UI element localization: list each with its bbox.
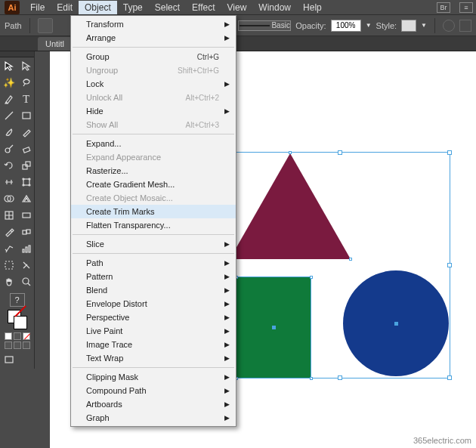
menu-item-image-trace[interactable]: Image Trace▶ xyxy=(71,338,236,351)
style-label: Style: xyxy=(376,21,397,30)
zoom-tool-icon[interactable] xyxy=(17,273,35,290)
lasso-tool-icon[interactable] xyxy=(17,74,35,91)
free-transform-tool-icon[interactable] xyxy=(17,174,35,190)
menu-item-path[interactable]: Path▶ xyxy=(71,256,236,270)
menu-item-text-wrap[interactable]: Text Wrap▶ xyxy=(71,351,236,365)
rectangle-tool-icon[interactable] xyxy=(17,107,35,124)
svg-rect-14 xyxy=(23,230,26,234)
menu-item-graph[interactable]: Graph▶ xyxy=(71,411,236,425)
svg-rect-19 xyxy=(5,261,13,269)
stroke-profile-dropdown[interactable]: Basic xyxy=(238,20,291,31)
recolor-icon[interactable] xyxy=(443,20,455,32)
menu-item-artboards[interactable]: Artboards▶ xyxy=(71,397,236,411)
width-tool-icon[interactable] xyxy=(0,174,17,190)
submenu-arrow-icon: ▶ xyxy=(224,107,230,115)
menu-separator xyxy=(73,234,234,235)
selection-tool-icon[interactable] xyxy=(0,57,17,74)
menu-item-create-trim-marks[interactable]: Create Trim Marks xyxy=(71,205,236,218)
pen-tool-icon[interactable] xyxy=(0,91,17,107)
symbol-sprayer-tool-icon[interactable] xyxy=(0,240,17,257)
arrange-docs-icon[interactable]: ≡ xyxy=(459,2,473,13)
style-swatch[interactable] xyxy=(401,20,416,32)
draw-inside-icon[interactable] xyxy=(23,341,30,349)
menu-effect[interactable]: Effect xyxy=(186,1,221,14)
panel-grip-icon[interactable] xyxy=(0,51,34,57)
gradient-mode-icon[interactable] xyxy=(14,332,21,340)
svg-rect-5 xyxy=(23,179,29,185)
help-icon[interactable]: ? xyxy=(10,293,25,307)
stroke-color-icon[interactable] xyxy=(14,316,27,329)
menu-item-flatten-transparency[interactable]: Flatten Transparency... xyxy=(71,218,236,232)
eyedropper-tool-icon[interactable] xyxy=(0,224,17,240)
menu-separator xyxy=(73,367,234,368)
menu-item-expand[interactable]: Expand... xyxy=(71,137,236,150)
menu-edit[interactable]: Edit xyxy=(51,1,79,14)
draw-normal-icon[interactable] xyxy=(5,341,12,349)
line-tool-icon[interactable] xyxy=(0,107,17,124)
paintbrush-tool-icon[interactable] xyxy=(0,124,17,141)
menu-item-live-paint[interactable]: Live Paint▶ xyxy=(71,324,236,338)
panel-icon[interactable] xyxy=(459,20,471,32)
blob-brush-tool-icon[interactable] xyxy=(0,141,17,157)
opacity-input[interactable]: 100% xyxy=(331,20,361,32)
submenu-arrow-icon: ▶ xyxy=(224,387,230,394)
fill-swatch[interactable] xyxy=(38,18,53,33)
artboard-tool-icon[interactable] xyxy=(0,257,17,273)
none-mode-icon[interactable] xyxy=(23,332,30,340)
menu-item-arrange[interactable]: Arrange▶ xyxy=(71,31,236,45)
svg-rect-13 xyxy=(23,213,30,218)
menu-item-clipping-mask[interactable]: Clipping Mask▶ xyxy=(71,370,236,384)
menu-item-pattern[interactable]: Pattern▶ xyxy=(71,270,236,283)
submenu-arrow-icon: ▶ xyxy=(224,20,230,28)
screen-mode-icon[interactable] xyxy=(0,351,17,369)
document-tab[interactable]: Untitl xyxy=(38,37,72,51)
menu-item-group[interactable]: GroupCtrl+G xyxy=(71,50,236,63)
object-menu-dropdown: Transform▶Arrange▶GroupCtrl+GUngroupShif… xyxy=(70,15,236,427)
selection-type-label: Path xyxy=(5,21,22,30)
eraser-tool-icon[interactable] xyxy=(17,141,35,157)
hand-tool-icon[interactable] xyxy=(0,273,17,290)
menu-item-rasterize[interactable]: Rasterize... xyxy=(71,164,236,178)
column-graph-tool-icon[interactable] xyxy=(17,240,35,257)
perspective-grid-tool-icon[interactable] xyxy=(17,190,35,207)
menu-item-lock[interactable]: Lock▶ xyxy=(71,77,236,91)
menu-item-slice[interactable]: Slice▶ xyxy=(71,237,236,251)
scale-tool-icon[interactable] xyxy=(17,157,35,174)
menu-item-compound-path[interactable]: Compound Path▶ xyxy=(71,384,236,397)
menu-window[interactable]: Window xyxy=(252,1,297,14)
gradient-tool-icon[interactable] xyxy=(17,207,35,224)
menu-item-envelope-distort[interactable]: Envelope Distort▶ xyxy=(71,297,236,311)
menu-view[interactable]: View xyxy=(221,1,253,14)
direct-selection-tool-icon[interactable] xyxy=(17,57,35,74)
bridge-icon[interactable]: Br xyxy=(437,2,450,13)
submenu-arrow-icon: ▶ xyxy=(224,414,230,422)
mesh-tool-icon[interactable] xyxy=(0,207,17,224)
svg-point-20 xyxy=(23,278,29,284)
menu-help[interactable]: Help xyxy=(297,1,328,14)
menu-object[interactable]: Object xyxy=(79,1,117,14)
svg-rect-16 xyxy=(23,249,24,252)
menu-file[interactable]: File xyxy=(24,1,51,14)
pencil-tool-icon[interactable] xyxy=(17,124,35,141)
draw-behind-icon[interactable] xyxy=(14,341,21,349)
type-tool-icon[interactable]: T xyxy=(17,91,35,107)
menu-type[interactable]: Type xyxy=(117,1,149,14)
rotate-tool-icon[interactable] xyxy=(0,157,17,174)
menu-item-create-object-mosaic: Create Object Mosaic... xyxy=(71,191,236,205)
shape-builder-tool-icon[interactable] xyxy=(0,190,17,207)
menu-item-transform[interactable]: Transform▶ xyxy=(71,17,236,31)
menu-item-create-gradient-mesh[interactable]: Create Gradient Mesh... xyxy=(71,178,236,191)
submenu-arrow-icon: ▶ xyxy=(224,400,230,408)
color-mode-icon[interactable] xyxy=(5,332,12,340)
svg-rect-4 xyxy=(26,162,30,166)
menu-item-hide[interactable]: Hide▶ xyxy=(71,104,236,118)
menu-item-unlock-all: Unlock AllAlt+Ctrl+2 xyxy=(71,91,236,104)
magic-wand-tool-icon[interactable]: ✨ xyxy=(0,74,17,91)
slice-tool-icon[interactable] xyxy=(17,257,35,273)
menu-select[interactable]: Select xyxy=(149,1,186,14)
blend-tool-icon[interactable] xyxy=(17,224,35,240)
submenu-arrow-icon: ▶ xyxy=(224,373,230,381)
menu-item-blend[interactable]: Blend▶ xyxy=(71,283,236,297)
menu-item-perspective[interactable]: Perspective▶ xyxy=(71,311,236,324)
fill-stroke-proxy[interactable] xyxy=(8,310,27,329)
